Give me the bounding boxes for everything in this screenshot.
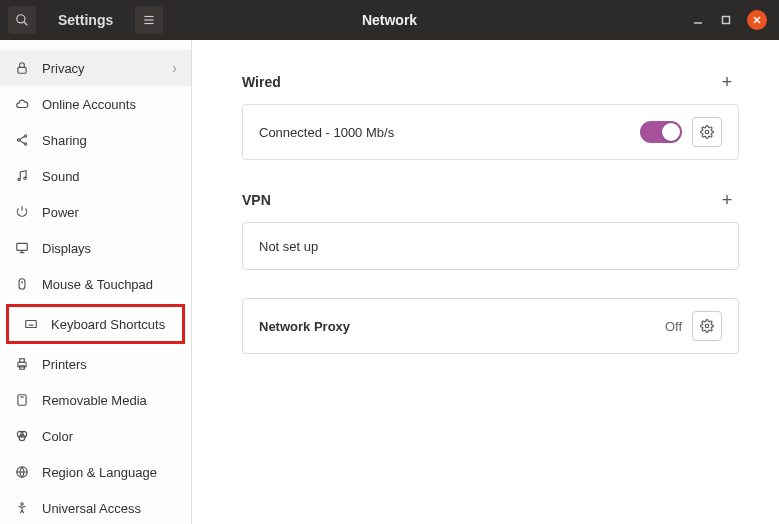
sidebar-item-label: Online Accounts (42, 97, 136, 112)
sidebar-item-label: Sound (42, 169, 80, 184)
svg-line-13 (20, 137, 25, 140)
menu-button[interactable] (135, 6, 163, 34)
svg-point-0 (17, 15, 25, 23)
wired-section-title: Wired (242, 74, 281, 90)
sidebar-item-keyboard[interactable]: Keyboard Shortcuts (9, 307, 182, 341)
keyboard-icon (23, 317, 39, 331)
share-icon (14, 133, 30, 147)
svg-rect-31 (18, 395, 26, 406)
sidebar-item-label: Mouse & Touchpad (42, 277, 153, 292)
chevron-right-icon: › (172, 60, 177, 76)
mouse-icon (14, 277, 30, 291)
svg-rect-21 (19, 279, 25, 290)
sidebar-item-sharing[interactable]: Sharing (0, 122, 191, 158)
app-title: Settings (58, 12, 113, 28)
removable-media-icon (14, 393, 30, 407)
plus-icon: + (722, 190, 733, 211)
accessibility-icon (14, 501, 30, 515)
color-icon (14, 429, 30, 443)
svg-rect-6 (723, 17, 730, 24)
titlebar: Settings Network (0, 0, 779, 40)
sidebar-item-removable[interactable]: Removable Media (0, 382, 191, 418)
proxy-settings-button[interactable] (692, 311, 722, 341)
toggle-knob (662, 123, 680, 141)
vpn-section-title: VPN (242, 192, 271, 208)
close-icon (752, 15, 762, 25)
minimize-icon (693, 15, 703, 25)
sidebar-item-label: Removable Media (42, 393, 147, 408)
svg-point-12 (24, 143, 26, 145)
sidebar-item-mouse[interactable]: Mouse & Touchpad (0, 266, 191, 302)
sidebar-item-label: Power (42, 205, 79, 220)
music-icon (14, 169, 30, 183)
sidebar-item-label: Color (42, 429, 73, 444)
svg-point-16 (24, 177, 26, 179)
svg-point-38 (21, 503, 23, 505)
sidebar-item-label: Printers (42, 357, 87, 372)
proxy-card[interactable]: Network Proxy Off (242, 298, 739, 354)
svg-line-1 (24, 22, 28, 26)
search-icon (15, 13, 29, 27)
sidebar-item-label: Sharing (42, 133, 87, 148)
sidebar-item-label: Privacy (42, 61, 85, 76)
wired-toggle[interactable] (640, 121, 682, 143)
power-icon (14, 205, 30, 219)
svg-point-39 (705, 130, 709, 134)
lock-icon (14, 61, 30, 75)
svg-point-40 (705, 324, 709, 328)
svg-rect-29 (20, 359, 25, 363)
proxy-status: Off (665, 319, 682, 334)
close-button[interactable] (747, 10, 767, 30)
sidebar-item-universal[interactable]: Universal Access (0, 490, 191, 524)
svg-rect-9 (18, 67, 26, 73)
svg-point-11 (17, 139, 19, 141)
printer-icon (14, 357, 30, 371)
sidebar-item-region[interactable]: Region & Language (0, 454, 191, 490)
sidebar-item-label: Universal Access (42, 501, 141, 516)
page-title: Network (362, 12, 417, 28)
wired-settings-button[interactable] (692, 117, 722, 147)
add-wired-button[interactable]: + (715, 70, 739, 94)
sidebar-item-sound[interactable]: Sound (0, 158, 191, 194)
maximize-button[interactable] (719, 13, 733, 27)
globe-icon (14, 465, 30, 479)
wired-card: Connected - 1000 Mb/s (242, 104, 739, 160)
maximize-icon (721, 15, 731, 25)
display-icon (14, 241, 30, 255)
svg-point-15 (18, 178, 20, 180)
sidebar-item-online-accounts[interactable]: Online Accounts (0, 86, 191, 122)
sidebar-item-power[interactable]: Power (0, 194, 191, 230)
hamburger-icon (142, 13, 156, 27)
sidebar-item-label: Keyboard Shortcuts (51, 317, 165, 332)
vpn-card: Not set up (242, 222, 739, 270)
minimize-button[interactable] (691, 13, 705, 27)
svg-rect-18 (17, 243, 28, 250)
svg-line-14 (20, 141, 25, 144)
sidebar: Privacy › Online Accounts Sharing Sound … (0, 40, 192, 524)
svg-point-10 (24, 135, 26, 137)
vpn-status-label: Not set up (259, 239, 722, 254)
sidebar-item-printers[interactable]: Printers (0, 346, 191, 382)
highlighted-item-box: Keyboard Shortcuts (6, 304, 185, 344)
svg-point-35 (19, 435, 25, 441)
search-button[interactable] (8, 6, 36, 34)
sidebar-item-label: Displays (42, 241, 91, 256)
sidebar-item-displays[interactable]: Displays (0, 230, 191, 266)
content-pane: Wired + Connected - 1000 Mb/s VPN + Not … (192, 40, 779, 524)
svg-rect-23 (26, 321, 37, 328)
wired-status-label: Connected - 1000 Mb/s (259, 125, 640, 140)
gear-icon (700, 125, 714, 139)
cloud-icon (14, 97, 30, 111)
add-vpn-button[interactable]: + (715, 188, 739, 212)
plus-icon: + (722, 72, 733, 93)
sidebar-item-color[interactable]: Color (0, 418, 191, 454)
proxy-title: Network Proxy (259, 319, 665, 334)
sidebar-item-label: Region & Language (42, 465, 157, 480)
gear-icon (700, 319, 714, 333)
sidebar-item-privacy[interactable]: Privacy › (0, 50, 191, 86)
